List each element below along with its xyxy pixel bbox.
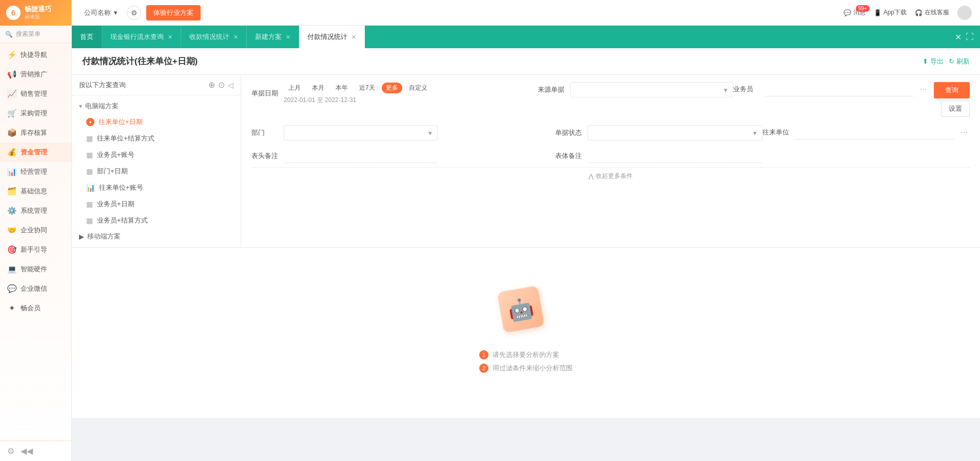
table-icon-3: ▦	[86, 167, 93, 175]
tab-payment-stats[interactable]: 付款情况统计 ✕	[299, 26, 365, 48]
app-download-action[interactable]: 📱 App下载	[874, 8, 907, 17]
scheme-item-salesman-settlement[interactable]: ▦ 业务员+结算方式	[72, 212, 241, 229]
tab-payment-close[interactable]: ✕	[351, 34, 356, 41]
scheme-item-dept-date[interactable]: ▦ 部门+日期	[72, 163, 241, 179]
app-download-label: App下载	[884, 8, 907, 17]
refresh-button[interactable]: ↻ 刷新	[949, 57, 970, 66]
sidebar-item-label: 采购管理	[21, 109, 47, 118]
hint-num-2: 2	[479, 364, 488, 373]
system-icon: ⚙️	[7, 206, 16, 215]
sales-icon: 📈	[7, 89, 16, 98]
date-btn-7days[interactable]: 近7天	[355, 82, 380, 94]
sidebar-item-sales[interactable]: 📈 销售管理	[0, 84, 71, 104]
close-window-icon[interactable]: ✕	[955, 32, 962, 42]
sidebar-item-basic[interactable]: 🗂️ 基础信息	[0, 182, 71, 201]
empty-state: 🤖 1 请先选择要分析的方案 2 用过滤条件来缩小分析范围	[72, 248, 980, 418]
scheme-group-desktop-header[interactable]: ▾ 电脑端方案	[72, 98, 241, 114]
tab-new-scheme-close[interactable]: ✕	[286, 34, 290, 41]
sidebar-item-label: 智能硬件	[21, 265, 47, 274]
tab-receipt-close[interactable]: ✕	[233, 34, 238, 41]
date-btn-this-month[interactable]: 本月	[307, 82, 329, 94]
sidebar-item-label: 企业微信	[21, 284, 47, 293]
scheme-group-mobile-header[interactable]: ▶ 移动端方案	[72, 229, 241, 244]
scheme-item-partner-date[interactable]: ● 往来单位+日期	[72, 114, 241, 130]
header-note-input[interactable]	[284, 149, 438, 163]
trial-button[interactable]: 体验行业方案	[146, 5, 201, 21]
sidebar-item-finance[interactable]: 💰 资金管理	[0, 143, 71, 162]
sidebar-item-label: 企业协同	[21, 226, 47, 235]
scheme-list: ▾ 电脑端方案 ● 往来单位+日期 ▦ 往来单位+结算方式 ▦	[72, 95, 241, 247]
tab-receipt-stats[interactable]: 收款情况统计 ✕	[181, 26, 247, 48]
finance-icon: 💰	[7, 148, 16, 157]
form-row-1: 单据日期 上月 本月 本年 近7天 更多 自定义 2022-01-01 至 20…	[251, 82, 970, 117]
avatar[interactable]	[957, 6, 972, 20]
header-note-field: 表头备注	[251, 149, 555, 163]
tab-cash-bank-close[interactable]: ✕	[168, 34, 172, 41]
sidebar-item-system[interactable]: ⚙️ 系统管理	[0, 201, 71, 221]
query-button[interactable]: 查询	[934, 82, 970, 98]
sidebar-item-wechat[interactable]: 💬 企业微信	[0, 279, 71, 298]
main-area: 公司名称 ▾ ⚙ 体验行业方案 💬 消息 99+ 📱 App下载 🎧 在线客服	[72, 0, 980, 461]
member-icon: ✦	[7, 304, 16, 313]
service-icon: 🎧	[915, 9, 923, 16]
search-menu[interactable]: 🔍 搜索菜单	[0, 26, 71, 43]
collapse-scheme-icon[interactable]: ◁	[228, 81, 233, 89]
add-scheme-icon[interactable]: ⊕	[208, 80, 215, 90]
tab-home[interactable]: 首页	[72, 26, 102, 48]
sidebar-item-operation[interactable]: 📊 经营管理	[0, 162, 71, 182]
salesman-ellipsis[interactable]: ···	[918, 85, 929, 94]
source-doc-select[interactable]: ▾	[570, 82, 733, 97]
sidebar-item-hardware[interactable]: 💻 智能硬件	[0, 259, 71, 279]
sidebar-nav: ⚡ 快捷导航 📢 营销推广 📈 销售管理 🛒 采购管理 📦 库存核算 💰 资金管…	[0, 43, 71, 440]
doc-status-select[interactable]: ▾	[587, 125, 762, 141]
message-action[interactable]: 💬 消息 99+	[844, 8, 866, 17]
tab-cash-bank[interactable]: 现金银行流水查询 ✕	[102, 26, 181, 48]
doc-date-label: 单据日期	[251, 89, 280, 98]
collapse-more-conditions[interactable]: ⋀ 收起更多条件	[251, 167, 970, 185]
search-form: 单据日期 上月 本月 本年 近7天 更多 自定义 2022-01-01 至 20…	[241, 75, 980, 247]
date-btn-this-year[interactable]: 本年	[331, 82, 352, 94]
sidebar-item-member[interactable]: ✦ 畅会员	[0, 298, 71, 318]
gear-button[interactable]: ⚙	[127, 6, 141, 20]
search-label: 搜索菜单	[16, 30, 41, 38]
body-note-input[interactable]	[587, 149, 762, 163]
robot-icon: 🤖	[497, 286, 545, 333]
sidebar-item-guide[interactable]: 🎯 新手引导	[0, 240, 71, 259]
export-button[interactable]: ⬆ 导出	[923, 57, 944, 66]
search-icon: 🔍	[5, 31, 13, 38]
date-btn-custom[interactable]: 自定义	[404, 82, 432, 94]
sidebar-item-enterprise[interactable]: 🤝 企业协同	[0, 221, 71, 240]
partner-ellipsis[interactable]: ···	[959, 128, 970, 137]
basic-icon: 🗂️	[7, 187, 16, 196]
tab-new-scheme[interactable]: 新建方案 ✕	[247, 26, 299, 48]
sidebar-item-purchase[interactable]: 🛒 采购管理	[0, 104, 71, 123]
maximize-icon[interactable]: ⛶	[966, 32, 974, 42]
settings-icon[interactable]: ⚙	[7, 446, 14, 456]
sidebar-item-inventory[interactable]: 📦 库存核算	[0, 123, 71, 143]
company-selector[interactable]: 公司名称 ▾	[80, 6, 122, 19]
form-row-3: 表头备注 表体备注	[251, 149, 970, 163]
sidebar-item-quick-nav[interactable]: ⚡ 快捷导航	[0, 45, 71, 65]
message-icon: 💬	[844, 9, 851, 16]
sidebar-item-label: 营销推广	[21, 70, 47, 79]
scheme-item-salesman-date[interactable]: ▦ 业务员+日期	[72, 196, 241, 212]
scheme-group-desktop: ▾ 电脑端方案 ● 往来单位+日期 ▦ 往来单位+结算方式 ▦	[72, 98, 241, 229]
collapse-sidebar-icon[interactable]: ◀◀	[21, 446, 33, 456]
scheme-item-salesman-account[interactable]: ▦ 业务员+账号	[72, 147, 241, 163]
partner-input[interactable]	[795, 125, 955, 139]
online-service-action[interactable]: 🎧 在线客服	[915, 8, 949, 17]
tabs-bar: 首页 现金银行流水查询 ✕ 收款情况统计 ✕ 新建方案 ✕ 付款情况统计 ✕ ✕…	[72, 26, 980, 48]
date-btn-last-month[interactable]: 上月	[284, 82, 305, 94]
scheme-item-partner-settlement[interactable]: ▦ 往来单位+结算方式	[72, 130, 241, 147]
marketing-icon: 📢	[7, 70, 16, 79]
date-btn-more[interactable]: 更多	[382, 83, 402, 93]
dept-select[interactable]: ▾	[284, 125, 438, 141]
message-badge: 99+	[856, 5, 870, 12]
doc-status-label: 单据状态	[555, 128, 583, 137]
scheme-item-partner-account[interactable]: 📊 往来单位+账号	[72, 179, 241, 196]
settings-scheme-icon[interactable]: ⊙	[218, 80, 225, 90]
doc-date-field: 单据日期 上月 本月 本年 近7天 更多 自定义 2022-01-01 至 20…	[251, 82, 538, 105]
settings-button[interactable]: 设置	[941, 101, 970, 117]
sidebar-item-marketing[interactable]: 📢 营销推广	[0, 65, 71, 84]
salesman-input[interactable]	[766, 82, 913, 96]
